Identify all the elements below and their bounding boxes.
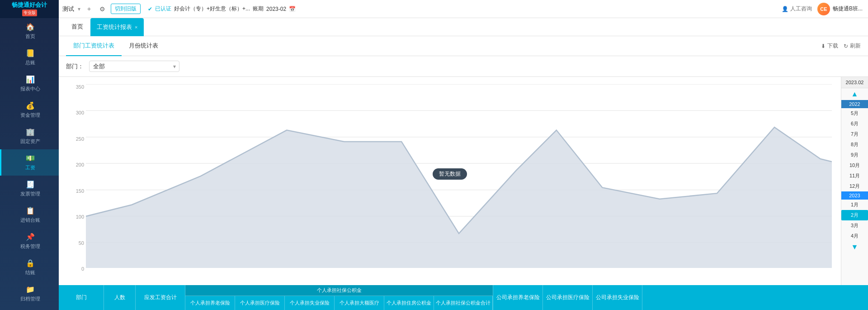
th-personal-unemployment: 个人承担失业保险 [285,296,335,310]
y-label-250: 250 [76,136,84,142]
sidebar-item-close[interactable]: 🔒结账 [0,254,59,281]
sidebar-label-sales: 进销台账 [20,217,40,224]
month-aug[interactable]: 8月 [841,139,868,150]
sidebar-item-ledger[interactable]: 📒总账 [0,44,59,71]
sub-tabs: 部门工资统计表月份统计表 [66,36,165,56]
help-button[interactable]: 👤 人工咨询 [782,5,812,13]
sidebar-label-archive: 归档管理 [20,296,40,302]
year-2022-label: 2022 [841,100,868,108]
month-mar-2023[interactable]: 3月 [841,220,868,231]
user-area[interactable]: CE 畅捷通B班... [817,3,863,15]
help-icon: 👤 [782,6,788,12]
tab-bar: 首页 工资统计报表 × [59,18,868,36]
th-personal-housing: 个人承担住房公积金 [384,296,434,310]
dropdown-arrow-icon[interactable]: ▾ [78,6,80,12]
sidebar-label-invoice: 发票管理 [20,191,40,197]
th-personal-group-label: 个人承担社保公积金 [185,285,493,296]
th-personal-medical: 个人承担医疗保险 [235,296,285,310]
sidebar-item-reports[interactable]: 📊报表中心 [0,71,59,97]
sidebar-item-archive[interactable]: 📁归档管理 [0,281,59,307]
calendar-icon[interactable]: 📅 [289,6,296,12]
th-total-salary: 应发工资合计 [136,285,185,310]
username-label: 畅捷通B班... [833,5,863,13]
tab-home[interactable]: 首页 [64,18,90,36]
timeline-down-button[interactable]: ▼ [841,241,868,253]
home-icon: 🏠 [26,23,35,31]
download-button[interactable]: ⬇ 下载 [821,42,838,50]
sidebar: 🏠首页📒总账📊报表中心💰资金管理🏢固定资产💵工资🧾发票管理📋进销台账📌税务管理🔒… [0,18,59,310]
panel-actions: ⬇ 下载 ↻ 刷新 [821,42,861,50]
ledger-icon: 📒 [26,49,35,57]
sidebar-item-tax[interactable]: 📌税务管理 [0,228,59,254]
month-jun[interactable]: 6月 [841,119,868,129]
sidebar-label-close: 结账 [25,269,35,276]
month-may[interactable]: 5月 [841,108,868,119]
sidebar-item-funds[interactable]: 💰资金管理 [0,97,59,123]
sidebar-label-reports: 报表中心 [20,86,40,92]
year-2023-label: 2023 [841,191,868,200]
assets-icon: 🏢 [26,128,35,136]
month-jul[interactable]: 7月 [841,129,868,139]
tab-salary-report[interactable]: 工资统计报表 × [90,18,144,36]
top-bar: 畅捷通好会计 专业版 测试 ▾ ＋ ⚙ 切到旧版 ✔ 已认证 好会计（专）+好生… [0,0,868,18]
sub-tab-dept[interactable]: 部门工资统计表 [66,36,122,56]
sales-icon: 📋 [26,206,35,215]
sidebar-item-assets[interactable]: 🏢固定资产 [0,123,59,149]
th-count: 人数 [104,285,136,310]
app-logo: 畅捷通好会计 [12,1,47,9]
sidebar-item-invoice[interactable]: 🧾发票管理 [0,176,59,202]
y-label-300: 300 [76,110,84,115]
company-test-label: 测试 [62,5,74,13]
month-oct[interactable]: 10月 [841,160,868,171]
main-layout: 🏠首页📒总账📊报表中心💰资金管理🏢固定资产💵工资🧾发票管理📋进销台账📌税务管理🔒… [0,18,868,310]
timeline-sidebar: 2023.02 ▲ 2022 5月 6月 7月 8月 9月 10月 11月 12… [841,77,868,285]
download-icon: ⬇ [821,43,826,49]
chart-container: 350300250200150100500 [59,84,841,285]
month-dec[interactable]: 12月 [841,181,868,191]
th-personal-cols: 个人承担养老保险 个人承担医疗保险 个人承担失业保险 个人承担大额医疗 个人承担… [185,296,493,310]
filter-row: 部门： 全部 [59,56,868,77]
logo-badge: 专业版 [22,10,37,16]
month-nov[interactable]: 11月 [841,171,868,181]
sidebar-item-sales[interactable]: 📋进销台账 [0,202,59,228]
th-company-unemployment: 公司承担失业保险 [593,285,642,310]
month-jan-2023[interactable]: 1月 [841,200,868,210]
th-personal-pension: 个人承担养老保险 [185,296,235,310]
dept-filter-label: 部门： [66,62,84,71]
tab-close-icon[interactable]: × [135,24,137,30]
th-dept: 部门 [59,285,104,310]
sidebar-item-salary[interactable]: 💵工资 [0,149,59,176]
month-feb-2023[interactable]: 2月 [841,210,868,220]
chart-area: 350300250200150100500 [59,77,841,285]
th-personal-total: 个人承担社保公积金合计 [434,296,493,310]
sidebar-menu: 🏠首页📒总账📊报表中心💰资金管理🏢固定资产💵工资🧾发票管理📋进销台账📌税务管理🔒… [0,18,59,310]
top-bar-right: 👤 人工咨询 CE 畅捷通B班... [782,3,863,15]
status-bar: ✔ 已认证 好会计（专）+好生意（标）+... 账期 2023-02 📅 [148,5,296,13]
add-button[interactable]: ＋ [84,4,94,14]
archive-icon: 📁 [26,285,35,294]
sidebar-label-assets: 固定资产 [20,138,40,145]
month-sep[interactable]: 9月 [841,150,868,160]
timeline-scroll[interactable]: ▲ 2022 5月 6月 7月 8月 9月 10月 11月 12月 2023 1… [841,88,868,285]
refresh-icon: ↻ [844,43,848,49]
y-axis: 350300250200150100500 [63,84,86,272]
sub-tab-monthly[interactable]: 月份统计表 [122,36,165,56]
sidebar-item-settings[interactable]: ⚙️设置 [0,307,59,310]
sidebar-label-ledger: 总账 [25,59,35,66]
settings-icon[interactable]: ⚙ [98,5,107,14]
th-company-medical: 公司承担医疗保险 [543,285,593,310]
th-company-pension: 公司承担养老保险 [493,285,543,310]
refresh-button[interactable]: ↻ 刷新 [844,42,861,50]
month-apr-2023[interactable]: 4月 [841,231,868,241]
th-personal-major-medical: 个人承担大额医疗 [335,296,384,310]
y-label-150: 150 [76,188,84,194]
dept-select[interactable]: 全部 [89,61,179,72]
sidebar-item-home[interactable]: 🏠首页 [0,18,59,44]
timeline-up-button[interactable]: ▲ [841,88,868,100]
invoice-icon: 🧾 [26,180,35,189]
y-label-100: 100 [76,214,84,219]
switch-old-button[interactable]: 切到旧版 [111,4,141,14]
close-icon: 🔒 [26,259,35,267]
dept-select-wrapper: 全部 [89,61,179,72]
th-personal-group: 个人承担社保公积金 个人承担养老保险 个人承担医疗保险 个人承担失业保险 个人承… [185,285,493,310]
